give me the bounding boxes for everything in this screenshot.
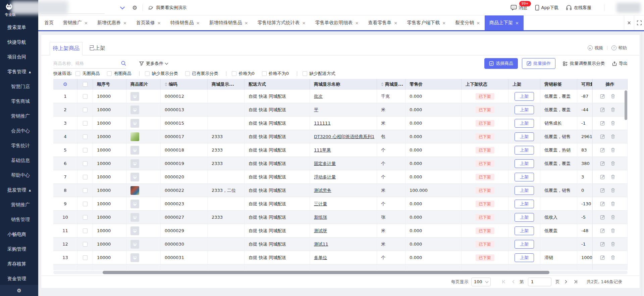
close-tab-icon[interactable]: × — [442, 20, 446, 26]
list-goods-button[interactable]: 上架 — [515, 119, 534, 128]
close-all-tabs-button[interactable]: × — [624, 15, 634, 30]
delete-icon[interactable] — [610, 121, 615, 126]
list-goods-button[interactable]: 上架 — [515, 92, 534, 101]
sidebar-item-资金管理[interactable]: 资金管理 — [0, 271, 38, 285]
delete-icon[interactable] — [610, 94, 615, 99]
fullscreen-button[interactable] — [634, 15, 644, 30]
edit-icon[interactable] — [600, 215, 605, 220]
tab-新增特殊销售品[interactable]: 新增特殊销售品× — [205, 15, 253, 30]
list-goods-button[interactable]: 上架 — [515, 240, 534, 249]
list-goods-button[interactable]: 上架 — [515, 105, 534, 114]
product-image[interactable] — [130, 132, 139, 141]
prev-page-button[interactable] — [511, 280, 516, 284]
product-image[interactable] — [130, 213, 139, 222]
sidebar-item-搜索菜单[interactable]: 搜索菜单 — [0, 20, 38, 35]
edit-icon[interactable] — [600, 147, 605, 153]
sidebar-item-库存核算[interactable]: 库存核算 — [0, 257, 38, 271]
tab-新增优惠券[interactable]: 新增优惠券× — [93, 15, 131, 30]
sidebar-item-销售管理[interactable]: 销售管理 — [0, 212, 38, 227]
messages-button[interactable]: 消息 99+ — [511, 5, 528, 11]
product-name-link[interactable]: 测试11 — [314, 241, 328, 247]
sidebar-item-快捷导航[interactable]: 快捷导航 — [0, 35, 38, 50]
column-settings-gear-icon[interactable]: ⚙ — [63, 81, 67, 87]
horizontal-scrollbar[interactable] — [103, 271, 549, 274]
edit-icon[interactable] — [600, 242, 605, 247]
sidebar-item-帮助中心[interactable]: 帮助中心 — [0, 168, 38, 183]
gear-icon[interactable]: ⚙ — [132, 4, 137, 11]
product-image[interactable] — [130, 146, 139, 155]
edit-icon[interactable] — [600, 107, 605, 112]
tab-首页装修[interactable]: 首页装修× — [131, 15, 166, 30]
sort-icon[interactable] — [381, 82, 384, 86]
per-page-select[interactable]: 100 — [471, 278, 491, 286]
tab-零售客户端下载[interactable]: 零售客户端下载× — [402, 15, 450, 30]
row-checkbox[interactable] — [83, 202, 88, 206]
first-page-button[interactable] — [501, 280, 506, 284]
quick-filter-价格为0[interactable]: 价格为0 — [232, 71, 254, 77]
quick-filter-缺少配送方式[interactable]: 缺少配送方式 — [303, 71, 335, 77]
sidebar-item-营销推广[interactable]: 营销推广 — [0, 198, 38, 212]
redacted-user-name[interactable] — [616, 3, 641, 13]
more-filters-button[interactable]: 更多条件 — [139, 60, 168, 67]
delete-icon[interactable] — [610, 255, 615, 260]
sidebar-settings[interactable]: ⚙ — [0, 285, 38, 296]
quick-filter-已有展示分类[interactable]: 已有展示分类 — [185, 71, 218, 77]
checkbox[interactable] — [185, 71, 190, 76]
list-goods-button[interactable]: 上架 — [515, 146, 534, 155]
tab-零售结算方式统计表[interactable]: 零售结算方式统计表× — [253, 15, 311, 30]
demo-link[interactable]: 我要看实例演示 — [148, 5, 186, 11]
sort-icon[interactable] — [165, 82, 167, 86]
close-tab-icon[interactable]: × — [196, 20, 200, 26]
close-tab-icon[interactable]: × — [302, 20, 306, 26]
sidebar-item-营销推广[interactable]: 营销推广 — [0, 109, 38, 124]
last-page-button[interactable] — [574, 280, 578, 284]
page-scrollbar-track[interactable] — [642, 31, 644, 296]
list-goods-button[interactable]: 上架 — [515, 200, 534, 208]
support-button[interactable]: 在线客服 — [566, 5, 591, 11]
sidebar-item-零售统计[interactable]: 零售统计 — [0, 138, 38, 153]
sidebar-item-零售管理[interactable]: 零售管理▲ — [0, 65, 38, 79]
page-number-input[interactable] — [528, 278, 551, 286]
edit-icon[interactable] — [600, 121, 605, 126]
product-name-link[interactable]: 新纸张 — [314, 214, 327, 220]
delete-icon[interactable] — [610, 107, 615, 112]
tab-零售单收款明细表[interactable]: 零售单收款明细表× — [310, 15, 363, 30]
product-image[interactable] — [130, 173, 139, 181]
close-tab-icon[interactable]: × — [355, 20, 359, 26]
delete-icon[interactable] — [610, 161, 615, 166]
product-name-link[interactable]: 批次 — [314, 93, 323, 99]
close-tab-icon[interactable]: × — [245, 20, 248, 26]
delete-icon[interactable] — [610, 134, 615, 139]
edit-icon[interactable] — [600, 201, 605, 206]
next-page-button[interactable] — [564, 280, 568, 284]
sidebar-item-零售商城[interactable]: 零售商城 — [0, 94, 38, 109]
quick-filter-无图商品[interactable]: 无图商品 — [75, 71, 100, 77]
product-name-link[interactable]: 浮动多计量 — [314, 174, 336, 180]
list-goods-button[interactable]: 上架 — [515, 159, 534, 168]
close-tab-icon[interactable]: × — [157, 20, 161, 26]
search-input[interactable] — [53, 61, 121, 66]
product-image[interactable] — [130, 226, 139, 235]
product-image[interactable] — [130, 119, 139, 128]
product-image[interactable] — [130, 92, 139, 101]
sidebar-item-批发管理[interactable]: 批发管理▲ — [0, 183, 38, 198]
sidebar-item-基础信息[interactable]: 基础信息 — [0, 153, 38, 168]
close-tab-icon[interactable]: × — [123, 20, 127, 26]
checkbox[interactable] — [262, 71, 267, 76]
close-tab-icon[interactable]: × — [394, 20, 397, 26]
product-name-link[interactable]: 平 — [314, 107, 318, 113]
edit-icon[interactable] — [600, 228, 605, 233]
tab-特殊销售品[interactable]: 特殊销售品× — [166, 15, 205, 30]
tab-营销推广[interactable]: 营销推广× — [58, 15, 93, 30]
row-checkbox[interactable] — [83, 175, 88, 179]
row-checkbox[interactable] — [83, 121, 88, 126]
quick-filter-缺少展示分类[interactable]: 缺少展示分类 — [145, 71, 178, 77]
delete-icon[interactable] — [610, 201, 615, 206]
edit-icon[interactable] — [600, 255, 605, 260]
edit-icon[interactable] — [600, 161, 605, 166]
batch-adjust-category-button[interactable]: 批量调整展示分类 — [563, 58, 605, 69]
edit-icon[interactable] — [600, 188, 605, 193]
sidebar-item-小畅电商[interactable]: 小畅电商 — [0, 227, 38, 242]
product-name-link[interactable]: DT3200 心相印茶语经典系列1 — [314, 134, 374, 140]
checkbox[interactable] — [107, 71, 112, 76]
